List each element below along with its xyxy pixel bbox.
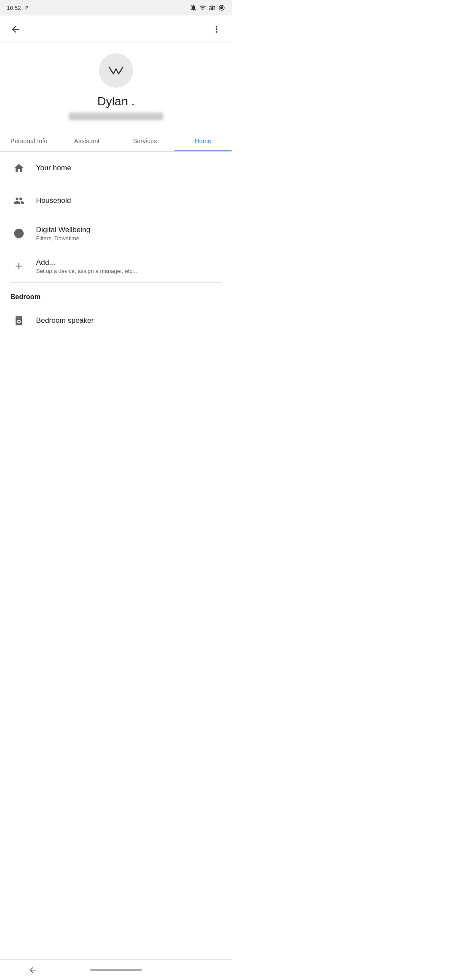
tab-assistant[interactable]: Assistant xyxy=(58,131,116,151)
tabs: Personal Info Assistant Services Home xyxy=(0,131,232,152)
circle-status-icon xyxy=(218,4,225,11)
svg-rect-2 xyxy=(209,8,210,10)
app-bar xyxy=(0,15,232,43)
notification-muted-icon xyxy=(190,4,197,11)
household-item[interactable]: Household xyxy=(0,184,232,217)
signal-icon xyxy=(209,4,216,11)
svg-rect-3 xyxy=(211,7,212,10)
add-item[interactable]: Add... Set up a device, assign a manager… xyxy=(0,250,232,282)
household-icon xyxy=(10,192,27,209)
add-icon xyxy=(10,257,27,275)
profile-email xyxy=(69,113,163,120)
add-title: Add... xyxy=(36,258,137,267)
svg-text:P: P xyxy=(25,5,28,10)
avatar xyxy=(99,53,133,88)
back-button[interactable] xyxy=(7,21,24,38)
household-title: Household xyxy=(36,196,71,205)
digital-wellbeing-text: Digital Wellbeing Filters, Downtime xyxy=(36,226,90,242)
household-text: Household xyxy=(36,196,71,205)
digital-wellbeing-item[interactable]: Digital Wellbeing Filters, Downtime xyxy=(0,217,232,250)
svg-rect-4 xyxy=(212,6,213,10)
bedroom-speaker-item[interactable]: Bedroom speaker xyxy=(0,304,232,337)
bedroom-section-header: Bedroom xyxy=(0,283,232,304)
more-vert-icon xyxy=(211,24,222,34)
tab-personal-info[interactable]: Personal Info xyxy=(0,131,58,151)
speaker-icon xyxy=(10,312,27,329)
status-bar: 10:52 P xyxy=(0,0,232,15)
profile-section: Dylan . xyxy=(0,43,232,129)
home-icon xyxy=(10,159,27,177)
add-subtitle: Set up a device, assign a manager, etc..… xyxy=(36,268,137,274)
parking-icon: P xyxy=(24,4,31,11)
status-right xyxy=(190,4,225,11)
bedroom-speaker-title: Bedroom speaker xyxy=(36,316,94,325)
tab-services[interactable]: Services xyxy=(116,131,174,151)
bedroom-speaker-text: Bedroom speaker xyxy=(36,316,94,325)
more-options-button[interactable] xyxy=(208,21,225,38)
fan-icon xyxy=(10,225,27,242)
digital-wellbeing-title: Digital Wellbeing xyxy=(36,226,90,234)
avatar-logo xyxy=(107,61,125,80)
svg-rect-5 xyxy=(214,6,214,10)
svg-point-7 xyxy=(220,6,223,9)
status-left: 10:52 P xyxy=(7,4,31,11)
your-home-title: Your home xyxy=(36,164,71,172)
add-text: Add... Set up a device, assign a manager… xyxy=(36,258,137,274)
back-arrow-icon xyxy=(10,24,21,34)
profile-name: Dylan . xyxy=(97,95,134,108)
tab-home[interactable]: Home xyxy=(174,131,232,151)
wifi-icon xyxy=(199,4,206,11)
your-home-text: Your home xyxy=(36,164,71,172)
digital-wellbeing-subtitle: Filters, Downtime xyxy=(36,235,90,242)
home-list: Your home Household Digital Wellbeing Fi… xyxy=(0,152,232,337)
wv-logo-icon xyxy=(107,61,125,80)
time-display: 10:52 xyxy=(7,5,21,11)
your-home-item[interactable]: Your home xyxy=(0,152,232,184)
